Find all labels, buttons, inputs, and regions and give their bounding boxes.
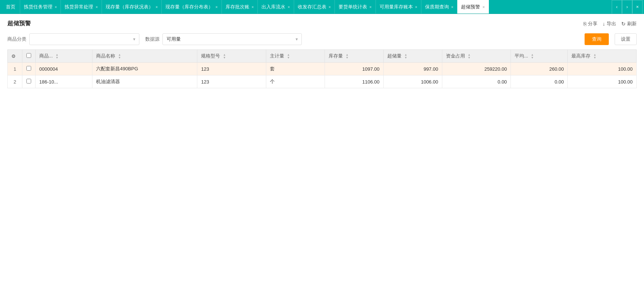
th-capital[interactable]: 资金占用 ▲▼ [442, 50, 511, 63]
row-1-checkbox[interactable] [26, 66, 31, 71]
row-1-capital: 259220.00 [442, 63, 511, 75]
nav-close-button[interactable]: × [632, 0, 643, 14]
share-icon: ⎘ [583, 21, 586, 27]
export-button[interactable]: ↓ 导出 [603, 21, 616, 27]
row-2-stock: 1106.00 [325, 75, 383, 88]
datasource-filter: 数据源 可用量 ▾ [145, 33, 302, 45]
close-tab-3[interactable]: × [155, 5, 158, 9]
sort-icon-max-stock: ▲▼ [593, 53, 596, 59]
close-tab-1[interactable]: × [55, 5, 57, 9]
row-1-stock: 1097.00 [325, 63, 383, 75]
data-table: ⚙ 商品... ▲▼ 商品名称 ▲▼ 规格型号 ▲▼ 主计 [7, 49, 637, 88]
nav-tab-8[interactable]: 要货单统计表 × [335, 0, 376, 14]
row-2-max-stock: 100.00 [568, 75, 637, 88]
sort-icon-over-stock: ▲▼ [404, 53, 407, 59]
th-product-code[interactable]: 商品... ▲▼ [36, 50, 92, 63]
sort-icon-stock: ▲▼ [345, 53, 348, 59]
settings-button[interactable]: 设置 [615, 33, 637, 45]
table-header-row: ⚙ 商品... ▲▼ 商品名称 ▲▼ 规格型号 ▲▼ 主计 [8, 50, 637, 63]
category-chevron-icon: ▾ [133, 37, 135, 42]
export-icon: ↓ [603, 21, 605, 27]
nav-tab-5[interactable]: 库存批次账 × [222, 0, 258, 14]
row-num-2: 2 [8, 75, 22, 88]
row-2-product-code: 186-10... [36, 75, 92, 88]
row-2-product-name: 机油滤清器 [92, 75, 197, 88]
row-checkbox-1[interactable] [22, 63, 36, 75]
nav-tab-2[interactable]: 拣货异常处理 × [61, 0, 102, 14]
nav-tab-3[interactable]: 现存量（库存状况表） × [102, 0, 162, 14]
nav-tab-11[interactable]: 超储预警 × [457, 0, 489, 14]
table-row: 1 0000004 六配套新昌490BPG 123 套 1097.00 997.… [8, 63, 637, 75]
refresh-icon: ↻ [621, 21, 626, 27]
sort-icon-product-code: ▲▼ [55, 53, 58, 59]
datasource-chevron-icon: ▾ [296, 37, 298, 42]
th-stock[interactable]: 库存量 ▲▼ [325, 50, 383, 63]
th-unit[interactable]: 主计量 ▲▼ [266, 50, 325, 63]
share-button[interactable]: ⎘ 分享 [583, 21, 597, 27]
th-product-name[interactable]: 商品名称 ▲▼ [92, 50, 197, 63]
nav-tab-10[interactable]: 保质期查询 × [421, 0, 457, 14]
table-row: 2 186-10... 机油滤清器 123 个 1106.00 1006.00 … [8, 75, 637, 88]
th-max-stock[interactable]: 最高库存 ▲▼ [568, 50, 637, 63]
row-num-1: 1 [8, 63, 22, 75]
gear-icon: ⚙ [11, 53, 16, 59]
close-tab-6[interactable]: × [288, 5, 290, 9]
nav-tab-1[interactable]: 拣货任务管理 × [20, 0, 61, 14]
sort-icon-avg: ▲▼ [531, 53, 534, 59]
datasource-label: 数据源 [145, 36, 160, 42]
row-2-over-stock: 1006.00 [383, 75, 442, 88]
th-over-stock[interactable]: 超储量 ▲▼ [383, 50, 442, 63]
row-1-avg: 260.00 [511, 63, 568, 75]
close-tab-9[interactable]: × [415, 5, 417, 9]
sort-icon-product-name: ▲▼ [118, 53, 121, 59]
row-1-max-stock: 100.00 [568, 63, 637, 75]
filter-row: 商品分类 ▾ 数据源 可用量 ▾ 查询 设置 [7, 33, 637, 45]
category-filter: 商品分类 ▾ [7, 33, 139, 45]
row-1-unit: 套 [266, 63, 325, 75]
row-1-product-code: 0000004 [36, 63, 92, 75]
th-avg[interactable]: 平均... ▲▼ [511, 50, 568, 63]
row-1-over-stock: 997.00 [383, 63, 442, 75]
sort-icon-capital: ▲▼ [468, 53, 471, 59]
query-button[interactable]: 查询 [585, 33, 609, 45]
close-tab-7[interactable]: × [329, 5, 331, 9]
nav-arrows: ‹ › × [612, 0, 643, 14]
category-select[interactable]: ▾ [29, 33, 139, 45]
th-spec[interactable]: 规格型号 ▲▼ [197, 50, 266, 63]
th-gear[interactable]: ⚙ [8, 50, 22, 63]
filter-actions: 查询 设置 [585, 33, 637, 45]
nav-next-button[interactable]: › [622, 0, 632, 14]
row-2-checkbox[interactable] [26, 79, 31, 84]
header-actions: ⎘ 分享 ↓ 导出 ↻ 刷新 [583, 21, 637, 27]
row-2-spec: 123 [197, 75, 266, 88]
nav-prev-button[interactable]: ‹ [612, 0, 622, 14]
row-1-spec: 123 [197, 63, 266, 75]
sort-icon-unit: ▲▼ [287, 53, 290, 59]
close-tab-2[interactable]: × [95, 5, 98, 9]
category-label: 商品分类 [7, 36, 26, 42]
close-tab-4[interactable]: × [215, 5, 217, 9]
page-header: 超储预警 ⎘ 分享 ↓ 导出 ↻ 刷新 [7, 20, 637, 27]
top-navigation: 首页 拣货任务管理 × 拣货异常处理 × 现存量（库存状况表） × 现存量（库存… [0, 0, 644, 14]
row-2-avg: 0.00 [511, 75, 568, 88]
close-tab-8[interactable]: × [369, 5, 372, 9]
nav-home[interactable]: 首页 [1, 0, 20, 14]
refresh-button[interactable]: ↻ 刷新 [621, 21, 637, 27]
datasource-select[interactable]: 可用量 ▾ [162, 33, 302, 45]
datasource-selected-value: 可用量 [167, 36, 181, 42]
nav-tab-6[interactable]: 出入库流水 × [258, 0, 294, 14]
row-2-capital: 0.00 [442, 75, 511, 88]
nav-tab-7[interactable]: 收发存汇总表 × [294, 0, 335, 14]
select-all-checkbox[interactable] [26, 53, 31, 58]
nav-tab-4[interactable]: 现存量（库存分布表） × [162, 0, 222, 14]
page-content: 超储预警 ⎘ 分享 ↓ 导出 ↻ 刷新 商品分类 ▾ 数据源 [0, 14, 644, 293]
row-2-unit: 个 [266, 75, 325, 88]
close-tab-5[interactable]: × [252, 5, 254, 9]
page-title: 超储预警 [7, 20, 31, 27]
th-checkbox[interactable] [22, 50, 36, 63]
close-tab-11[interactable]: × [482, 5, 484, 9]
row-checkbox-2[interactable] [22, 75, 36, 88]
close-tab-10[interactable]: × [451, 5, 453, 9]
row-1-product-name: 六配套新昌490BPG [92, 63, 197, 75]
nav-tab-9[interactable]: 可用量库存账本 × [376, 0, 421, 14]
